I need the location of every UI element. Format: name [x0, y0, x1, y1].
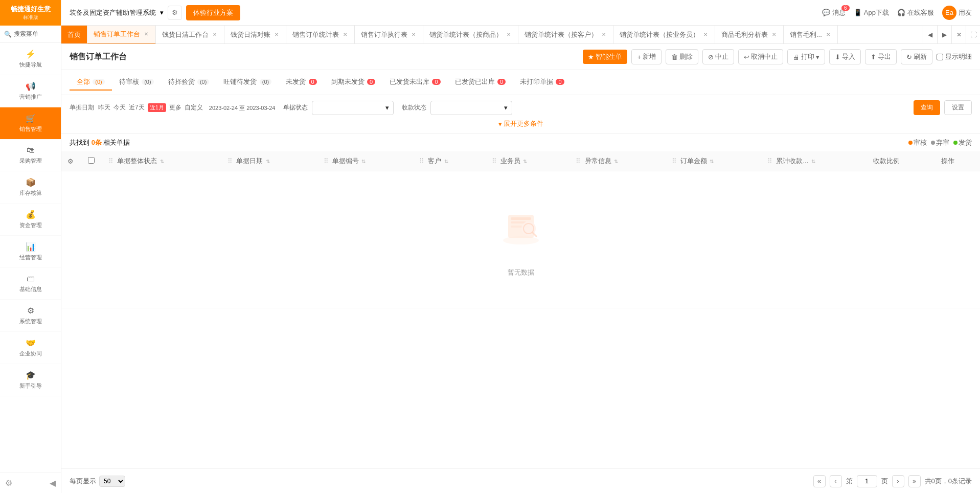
settings-footer-icon[interactable]: ⚙: [5, 478, 12, 488]
tab-sales-stat[interactable]: 销售订单统计表 ✕: [286, 26, 355, 44]
tab-goods-margin[interactable]: 商品毛利分析表 ✕: [715, 26, 784, 44]
cancel-stop-btn[interactable]: ↩ 取消中止: [738, 49, 783, 64]
sub-tab-pending-inspect[interactable]: 待择验货 (0): [161, 74, 217, 91]
last-page-btn[interactable]: »: [908, 475, 921, 487]
tab-cash-daily-close[interactable]: ✕: [212, 31, 218, 38]
column-settings-icon[interactable]: ⚙: [67, 158, 74, 165]
tab-sale-stat-staff[interactable]: 销货单统计表（按业务员） ✕: [613, 26, 715, 44]
date-more[interactable]: 更多: [169, 103, 181, 112]
tab-scroll-left[interactable]: ◀: [923, 26, 937, 44]
sort-number-icon[interactable]: ⇅: [361, 159, 366, 164]
message-btn[interactable]: 💬 消息 6: [822, 8, 846, 17]
sidebar-item-finance[interactable]: 💰 资金管理: [0, 204, 61, 236]
ship-action-btn[interactable]: 发货: [953, 138, 972, 147]
sub-tab-pending-review[interactable]: 待审核 (0): [112, 74, 161, 91]
expand-conditions-btn[interactable]: ▾ 展开更多条件: [498, 119, 543, 128]
sidebar-item-inventory[interactable]: 📦 库存核算: [0, 171, 61, 204]
tab-sales-more-close[interactable]: ✕: [825, 31, 831, 38]
tab-maximize[interactable]: ⛶: [966, 26, 980, 44]
status-select[interactable]: ▾: [312, 101, 394, 115]
tab-sales-more[interactable]: 销售毛利... ✕: [784, 26, 838, 44]
sidebar-item-operations[interactable]: 📊 经营管理: [0, 236, 61, 268]
stop-btn[interactable]: ⊘ 中止: [702, 49, 734, 64]
print-icon: 🖨: [793, 53, 800, 61]
refresh-btn[interactable]: ↻ 刷新: [901, 49, 932, 64]
tab-cash-reconcile[interactable]: 钱货日清对账 ✕: [224, 26, 286, 44]
sidebar-item-basic[interactable]: 🗃 基础信息: [0, 268, 61, 300]
next-page-btn[interactable]: ›: [892, 475, 904, 487]
sort-staff-icon[interactable]: ⇅: [523, 159, 527, 164]
sub-tab-expired[interactable]: 到期未发货 0: [324, 74, 382, 91]
sort-collected-icon[interactable]: ⇅: [811, 159, 815, 164]
tab-goods-margin-close[interactable]: ✕: [771, 31, 777, 38]
sidebar-item-purchase[interactable]: 🛍 采购管理: [0, 140, 61, 171]
delete-btn[interactable]: 🗑 删除: [666, 49, 698, 64]
settings-query-btn[interactable]: 设置: [944, 100, 972, 115]
sub-tab-not-shipped[interactable]: 未发货 0: [279, 74, 324, 91]
industry-solution-btn[interactable]: 体验行业方案: [186, 5, 240, 20]
select-all-checkbox[interactable]: [88, 157, 95, 164]
sort-date-icon[interactable]: ⇅: [266, 159, 270, 164]
date-7days[interactable]: 近7天: [129, 103, 145, 112]
sidebar-item-quick-nav[interactable]: ⚡ 快捷导航: [0, 43, 61, 75]
tab-sales-exec[interactable]: 销售订单执行表 ✕: [355, 26, 423, 44]
tab-sale-stat-customer[interactable]: 销货单统计表（按客户） ✕: [518, 26, 613, 44]
date-1month[interactable]: 近1月: [148, 103, 166, 112]
smart-create-btn[interactable]: ★ 智能生单: [583, 50, 627, 64]
tab-sale-stat-product-close[interactable]: ✕: [506, 31, 512, 38]
sort-error-icon[interactable]: ⇅: [614, 159, 618, 164]
online-service-btn[interactable]: 🎧 在线客服: [897, 8, 934, 17]
import-btn[interactable]: ⬇ 导入: [829, 49, 861, 64]
sub-tab-wangpu[interactable]: 旺铺待发货 (0): [216, 74, 279, 91]
export-btn[interactable]: ⬆ 导出: [865, 49, 897, 64]
sort-amount-icon[interactable]: ⇅: [710, 159, 714, 164]
tab-cash-daily[interactable]: 钱货日清工作台 ✕: [156, 26, 224, 44]
new-btn[interactable]: + 新增: [631, 49, 662, 64]
sort-customer-icon[interactable]: ⇅: [444, 159, 448, 164]
tab-scroll-right[interactable]: ▶: [937, 26, 951, 44]
search-menu-item[interactable]: 🔍 搜索菜单: [0, 26, 61, 43]
topbar-right: 💬 消息 6 📱 App下载 🎧 在线客服 Ea 用友: [822, 6, 972, 20]
app-download-btn[interactable]: 📱 App下载: [854, 8, 889, 17]
sidebar-item-system[interactable]: ⚙ 系统管理: [0, 300, 61, 332]
topbar-settings-btn[interactable]: ⚙: [168, 6, 182, 20]
query-btn[interactable]: 查询: [914, 100, 940, 115]
system-dropdown[interactable]: ▾: [160, 9, 164, 16]
date-yesterday[interactable]: 昨天: [98, 103, 110, 112]
cancel-review-action-btn[interactable]: 弃审: [931, 138, 949, 147]
sub-tab-all[interactable]: 全部 (0): [70, 74, 112, 91]
sidebar-item-guide[interactable]: 🎓 新手引导: [0, 364, 61, 396]
tab-cash-reconcile-close[interactable]: ✕: [274, 31, 280, 38]
date-today[interactable]: 今天: [113, 103, 126, 112]
sub-tab-shipped-not-out[interactable]: 已发货未出库 0: [382, 74, 447, 91]
tab-sale-stat-staff-close[interactable]: ✕: [702, 31, 709, 38]
user-menu[interactable]: Ea 用友: [942, 6, 972, 20]
tab-close-all[interactable]: ✕: [951, 26, 966, 44]
collapse-icon[interactable]: ◀: [50, 478, 56, 488]
tab-sale-stat-customer-close[interactable]: ✕: [601, 31, 607, 38]
date-custom[interactable]: 自定义: [185, 103, 203, 112]
sub-tab-not-printed[interactable]: 未打印单据 0: [513, 74, 571, 91]
prev-page-btn[interactable]: ‹: [830, 475, 842, 487]
sort-status-icon[interactable]: ⇅: [160, 159, 164, 164]
tab-home[interactable]: 首页: [61, 26, 87, 44]
tab-sales-order-close[interactable]: ✕: [143, 31, 149, 37]
tab-sales-exec-close[interactable]: ✕: [411, 31, 417, 38]
tab-sales-stat-close[interactable]: ✕: [342, 31, 348, 38]
page-size-select[interactable]: 10 20 50 100: [99, 476, 125, 487]
payment-select[interactable]: ▾: [430, 101, 512, 115]
th-amount-label: 订单金额: [680, 157, 707, 165]
th-staff: ⠿ 业务员 ⇅: [486, 151, 570, 171]
first-page-btn[interactable]: «: [813, 475, 826, 487]
show-detail-input[interactable]: [937, 54, 943, 60]
tab-sale-stat-product[interactable]: 销货单统计表（按商品） ✕: [423, 26, 518, 44]
review-action-btn[interactable]: 审核: [908, 138, 927, 147]
print-btn[interactable]: 🖨 打印 ▾: [787, 49, 825, 64]
sub-tab-shipped-out[interactable]: 已发货已出库 0: [448, 74, 513, 91]
tab-sales-order[interactable]: 销售订单工作台 ✕: [87, 26, 156, 44]
sidebar-item-marketing[interactable]: 📢 营销推广: [0, 75, 61, 107]
sidebar-item-sales[interactable]: 🛒 销售管理: [0, 107, 61, 140]
sidebar-item-enterprise[interactable]: 🤝 企业协同: [0, 332, 61, 364]
show-detail-checkbox[interactable]: 显示明细: [937, 52, 972, 61]
page-number-input[interactable]: [857, 475, 877, 487]
